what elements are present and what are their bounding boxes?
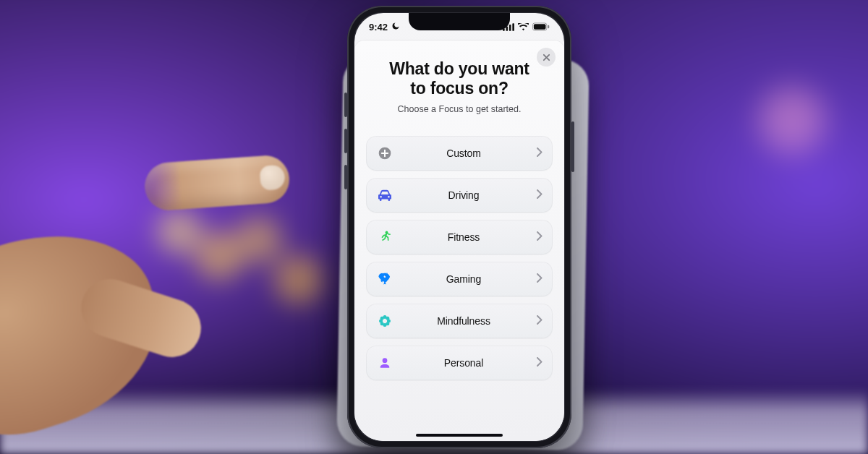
- wifi-icon: [518, 23, 529, 31]
- title-line-1: What do you want: [389, 59, 529, 78]
- battery-icon: [532, 22, 550, 31]
- sheet-subtitle: Choose a Focus to get started.: [366, 104, 553, 114]
- svg-point-13: [380, 317, 384, 320]
- chevron-right-icon: [537, 273, 542, 285]
- svg-point-15: [380, 322, 384, 326]
- sheet-title: What do you want to focus on?: [366, 59, 553, 98]
- rocket-icon: [376, 272, 393, 286]
- option-label: Driving: [393, 189, 537, 201]
- notch: [409, 13, 510, 30]
- close-button[interactable]: [537, 48, 556, 67]
- svg-point-16: [386, 322, 389, 326]
- option-label: Custom: [393, 147, 537, 159]
- svg-rect-6: [548, 25, 549, 29]
- focus-option-personal[interactable]: Personal: [366, 346, 553, 380]
- focus-option-gaming[interactable]: Gaming: [366, 262, 553, 296]
- home-indicator[interactable]: [416, 434, 503, 437]
- title-line-2: to focus on?: [410, 79, 509, 98]
- chevron-right-icon: [537, 189, 542, 201]
- person-icon: [376, 356, 393, 369]
- svg-point-17: [383, 320, 386, 323]
- option-label: Gaming: [393, 273, 537, 285]
- chevron-right-icon: [537, 357, 542, 369]
- phone-screen: 9:42 What do: [354, 13, 564, 441]
- focus-options-list: Custom Driving: [366, 136, 553, 380]
- running-icon: [376, 230, 393, 244]
- svg-rect-5: [534, 24, 546, 29]
- chevron-right-icon: [537, 315, 542, 327]
- focus-option-mindfulness[interactable]: Mindfulness: [366, 304, 553, 338]
- option-label: Mindfulness: [393, 315, 537, 327]
- svg-rect-2: [509, 24, 511, 30]
- chevron-right-icon: [537, 231, 542, 243]
- car-icon: [376, 189, 393, 202]
- svg-rect-3: [512, 23, 514, 31]
- plus-circle-icon: [376, 146, 393, 160]
- focus-option-driving[interactable]: Driving: [366, 178, 553, 213]
- phone-frame: 9:42 What do: [347, 6, 571, 448]
- status-time: 9:42: [369, 22, 388, 33]
- close-icon: [542, 53, 550, 61]
- svg-point-14: [386, 317, 389, 320]
- flower-icon: [376, 314, 393, 328]
- focus-option-custom[interactable]: Custom: [366, 136, 553, 171]
- chevron-right-icon: [537, 147, 542, 159]
- focus-option-fitness[interactable]: Fitness: [366, 220, 553, 254]
- focus-setup-sheet: What do you want to focus on? Choose a F…: [354, 40, 564, 441]
- option-label: Personal: [393, 357, 537, 369]
- option-label: Fitness: [393, 231, 537, 243]
- moon-icon: [391, 22, 400, 33]
